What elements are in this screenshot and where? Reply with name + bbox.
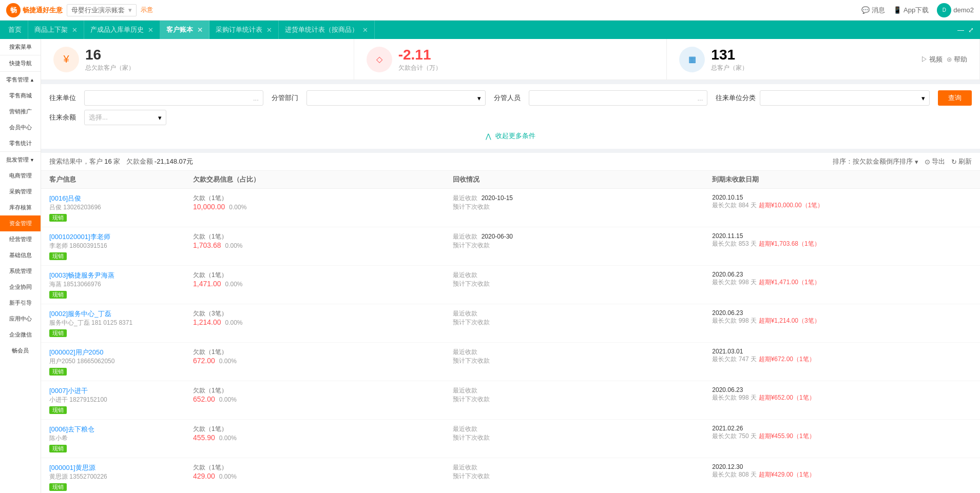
示意-link[interactable]: 示意: [141, 6, 153, 14]
filter-person-input[interactable]: ...: [529, 90, 708, 106]
customer-cell-4: [000002]用户2050 用户2050 18665062050 现销: [49, 348, 193, 376]
overdue-amount-1[interactable]: 超期¥1,703.68（1笔）: [759, 240, 820, 247]
owe-amount-3: 1,214.00: [193, 318, 221, 326]
owe-cell-1: 欠款（1笔） 1,703.680.00%: [193, 232, 453, 249]
customer-sub-4: 用户2050 18665062050: [49, 357, 193, 366]
customer-tag-2: 现销: [49, 291, 67, 299]
due-date-0: 2020.10.15: [712, 194, 972, 201]
customer-name-2[interactable]: [0003]畅捷服务尹海蒸: [49, 271, 114, 279]
overdue-amount-7[interactable]: 超期¥429.00（1笔）: [759, 471, 815, 478]
sidebar-item-finance[interactable]: 资金管理: [0, 215, 41, 231]
due-cell-5: 2020.06.23 最长欠款 998 天 超期¥652.00（1笔）: [712, 386, 972, 402]
collect-next-2: 预计下次收款: [453, 280, 713, 288]
tab-home[interactable]: 首页: [2, 21, 28, 39]
filter-unit-input[interactable]: ...: [84, 90, 263, 106]
collect-next-6: 预计下次收款: [453, 433, 713, 442]
filter-unit-type-select[interactable]: ▾: [760, 90, 930, 106]
message-button[interactable]: 💬 消息: [861, 6, 885, 15]
sidebar-item-wechat[interactable]: 企业微信: [0, 327, 41, 343]
table-row: [0016]吕俊 吕俊 13026203696 现销 欠款（1笔） 10,000…: [41, 189, 980, 227]
sidebar-item-newbie[interactable]: 新手引导: [0, 295, 41, 311]
customer-name-3[interactable]: [0002]服务中心_丁磊: [49, 310, 111, 318]
owe-pct-3: 0.00%: [225, 319, 243, 326]
customer-name-5[interactable]: [0007]小进干: [49, 387, 88, 395]
filter-balance-select[interactable]: 选择... ▾: [84, 110, 166, 125]
overdue-amount-0[interactable]: 超期¥10,000.00（1笔）: [759, 202, 824, 209]
overdue-days-3: 最长欠款 998 天: [712, 317, 757, 324]
result-bar: 搜索结果中，客户 16 家 欠款金额 -21,148.07元 排序：按欠款金额倒…: [41, 153, 980, 171]
system-selector[interactable]: 母婴行业演示账套 ▾: [67, 4, 137, 16]
col-due-date: 到期未收款日期: [712, 175, 972, 184]
sidebar-item-inventory[interactable]: 库存核算: [0, 200, 41, 215]
filter-unit-type-label: 往来单位分类: [716, 93, 756, 103]
overdue-amount-3[interactable]: 超期¥1,214.00（3笔）: [759, 317, 820, 324]
sidebar-item-member[interactable]: 会员中心: [0, 120, 41, 135]
overdue-amount-2[interactable]: 超期¥1,471.00（1笔）: [759, 279, 820, 286]
overdue-amount-6[interactable]: 超期¥455.90（1笔）: [759, 432, 815, 440]
sidebar-item-member2[interactable]: 畅会员: [0, 343, 41, 359]
sidebar-item-purchase[interactable]: 采购管理: [0, 184, 41, 200]
filter-person-label: 分管人员: [494, 93, 525, 103]
tab-close-product-off[interactable]: ✕: [72, 26, 78, 34]
total-owed-label: 欠款合计（万）: [398, 64, 441, 72]
query-button[interactable]: 查询: [938, 90, 972, 106]
tab-maximize-icon[interactable]: ⤢: [968, 26, 974, 34]
owed-customers-icon: ¥: [53, 47, 79, 72]
filter-dept-select[interactable]: ▾: [306, 90, 486, 106]
tab-close-product-history[interactable]: ✕: [148, 26, 153, 34]
overdue-days-0: 最长欠款 884 天: [712, 202, 757, 209]
customer-cell-6: [0006]去下粮仓 陈小希 现销: [49, 425, 193, 452]
collect-label-4: 最近收款: [453, 348, 477, 356]
tab-minimize-icon[interactable]: —: [957, 26, 964, 34]
overdue-amount-5[interactable]: 超期¥652.00（1笔）: [759, 394, 815, 401]
tab-close-incoming-summary[interactable]: ✕: [362, 26, 368, 34]
owe-count-5: 欠款（1笔）: [193, 386, 453, 395]
collect-next-3: 预计下次收款: [453, 318, 713, 327]
customer-name-7[interactable]: [000001]黄思源: [49, 464, 95, 471]
tab-product-history[interactable]: 产成品入库单历史 ✕: [84, 21, 160, 39]
sort-selector[interactable]: 排序：按欠款金额倒序排序 ▾: [833, 157, 918, 166]
sidebar-quick-nav[interactable]: 快捷导航: [0, 55, 41, 71]
sidebar-item-retail-stat[interactable]: 零售统计: [0, 135, 41, 151]
sort-chevron-icon: ▾: [915, 158, 918, 166]
refresh-btn[interactable]: ↻ 刷新: [951, 157, 972, 166]
sidebar-item-marketing[interactable]: 营销推广: [0, 104, 41, 120]
tab-close-customer-account[interactable]: ✕: [197, 26, 203, 34]
sidebar-item-ecommerce[interactable]: 电商管理: [0, 168, 41, 184]
overdue-amount-4[interactable]: 超期¥672.00（1笔）: [759, 356, 815, 363]
tab-close-purchase-summary[interactable]: ✕: [266, 26, 272, 34]
sidebar-search[interactable]: 搜索菜单: [0, 39, 41, 55]
tab-product-off[interactable]: 商品上下架 ✕: [28, 21, 84, 39]
owe-pct-4: 0.00%: [219, 358, 237, 365]
view-video-btn[interactable]: ▷ 视频: [921, 55, 943, 64]
customer-sub-3: 服务中心_丁磊 181 0125 8371: [49, 319, 193, 327]
app-download-button[interactable]: 📱 App下载: [893, 6, 929, 15]
owe-cell-6: 欠款（1笔） 455.900.00%: [193, 425, 453, 442]
help-btn[interactable]: ⊙ 帮助: [947, 55, 967, 64]
customer-name-4[interactable]: [000002]用户2050: [49, 348, 104, 356]
customer-name-1[interactable]: [0001020001]李老师: [49, 233, 110, 241]
sidebar-item-batch-mgmt[interactable]: 批发管理 ▼: [0, 152, 41, 168]
collapse-icon: ⋀: [486, 132, 491, 140]
sidebar-item-operation[interactable]: 经营管理: [0, 231, 41, 247]
dropdown-icon-2: ▾: [921, 94, 925, 102]
customer-name-6[interactable]: [0006]去下粮仓: [49, 425, 94, 433]
sidebar-item-retail-mall[interactable]: 零售商城: [0, 88, 41, 104]
sidebar-item-basic[interactable]: 基础信息: [0, 247, 41, 263]
due-date-4: 2021.03.01: [712, 348, 972, 355]
tab-incoming-summary[interactable]: 进货单统计表（按商品） ✕: [279, 21, 375, 39]
user-avatar[interactable]: D demo2: [937, 3, 974, 17]
sidebar-item-retail-mgmt[interactable]: 零售管理 ▲: [0, 72, 41, 88]
col-collect: 回收情况: [453, 175, 713, 184]
overdue-days-4: 最长欠款 747 天: [712, 356, 757, 363]
export-btn[interactable]: ⊙ 导出: [925, 157, 945, 166]
customer-name-0[interactable]: [0016]吕俊: [49, 194, 81, 202]
collect-label-3: 最近收款: [453, 310, 477, 317]
collapse-btn[interactable]: ⋀ 收起更多条件: [49, 129, 972, 143]
tab-customer-account[interactable]: 客户账本 ✕: [160, 21, 209, 39]
tab-purchase-summary[interactable]: 采购订单统计表 ✕: [209, 21, 279, 39]
sidebar-item-enterprise[interactable]: 企业协同: [0, 279, 41, 295]
owe-count-1: 欠款（1笔）: [193, 232, 453, 241]
sidebar-item-system[interactable]: 系统管理: [0, 263, 41, 279]
sidebar-item-app-center[interactable]: 应用中心: [0, 311, 41, 327]
